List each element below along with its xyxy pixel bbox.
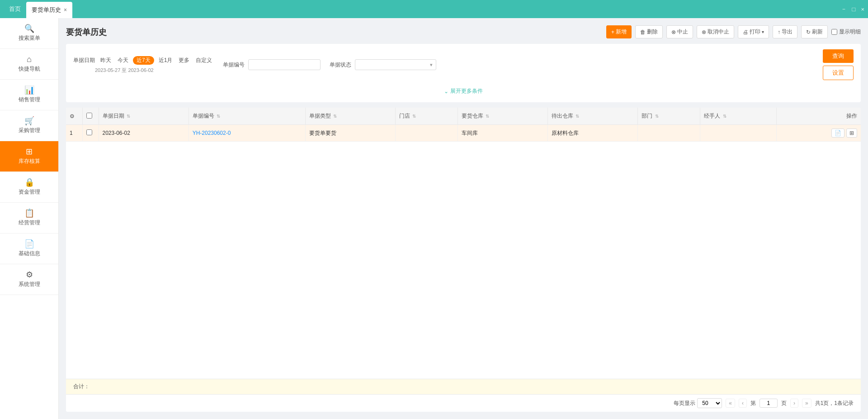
th-req-warehouse[interactable]: 要货仓库 ⇅ bbox=[458, 108, 548, 125]
yesterday-shortcut[interactable]: 昨天 bbox=[99, 56, 113, 65]
sidebar-item-operation[interactable]: 📋 经营管理 bbox=[0, 203, 58, 233]
sidebar-item-nav[interactable]: ⌂ 快捷导航 bbox=[0, 49, 58, 80]
show-detail-label[interactable]: 显示明细 bbox=[831, 28, 861, 36]
cancel-stop-btn[interactable]: ⊗ 取消中止 bbox=[697, 25, 734, 38]
order-no-label: 单据编号 bbox=[223, 61, 245, 69]
query-btn[interactable]: 查询 bbox=[823, 49, 854, 63]
sidebar-item-system[interactable]: ⚙ 系统管理 bbox=[0, 264, 58, 295]
stop-icon: ⊗ bbox=[671, 29, 676, 35]
date-shortcuts: 昨天 今天 近7天 近1月 更多 自定义 bbox=[99, 56, 214, 65]
per-page-select[interactable]: 20 50 100 bbox=[697, 398, 722, 408]
view-action-btn[interactable]: 📄 bbox=[831, 129, 844, 138]
order-no-filter-group: 单据编号 bbox=[223, 59, 321, 70]
sidebar-item-basic[interactable]: 📄 基础信息 bbox=[0, 233, 58, 264]
document-icon: 📄 bbox=[24, 240, 34, 248]
top-bar: 首页 要货单历史 × － □ × bbox=[0, 0, 868, 18]
first-page-btn[interactable]: « bbox=[726, 399, 735, 408]
row-checkbox[interactable] bbox=[86, 129, 92, 135]
cancel-stop-icon: ⊗ bbox=[702, 29, 706, 35]
th-settings[interactable]: ⚙ bbox=[66, 108, 82, 125]
date-filter-group: 单据日期 昨天 今天 近7天 近1月 更多 自定义 2023-05-27 至 2… bbox=[73, 56, 214, 74]
th-date[interactable]: 单据日期 ⇅ bbox=[99, 108, 189, 125]
more-action-btn[interactable]: ⊞ bbox=[846, 129, 857, 138]
custom-shortcut[interactable]: 自定义 bbox=[194, 56, 214, 65]
td-index: 1 bbox=[66, 125, 82, 142]
td-dept bbox=[638, 125, 700, 142]
table-header-row: ⚙ 单据日期 ⇅ 单据编号 ⇅ bbox=[66, 108, 861, 125]
close-window-btn[interactable]: × bbox=[861, 6, 864, 13]
prev-page-btn[interactable]: ‹ bbox=[739, 399, 747, 408]
tab-home[interactable]: 首页 bbox=[4, 0, 26, 18]
plus-icon: + bbox=[611, 29, 614, 35]
refresh-btn[interactable]: ↻ 刷新 bbox=[801, 25, 828, 38]
sidebar: 🔍 搜索菜单 ⌂ 快捷导航 📊 销售管理 🛒 采购管理 ⊞ 库存核算 🔒 资金管… bbox=[0, 18, 59, 419]
summary-label: 合计： bbox=[73, 383, 90, 390]
home-icon: ⌂ bbox=[27, 55, 32, 63]
delete-icon: 🗑 bbox=[640, 29, 646, 35]
last-page-btn[interactable]: » bbox=[802, 399, 811, 408]
per-page-group: 每页显示 20 50 100 bbox=[674, 398, 722, 408]
chevron-down-icon: ▾ bbox=[762, 29, 764, 34]
cart-icon: 🛒 bbox=[24, 117, 34, 125]
td-order-no: YH-20230602-0 bbox=[189, 125, 305, 142]
sidebar-item-purchase[interactable]: 🛒 采购管理 bbox=[0, 110, 58, 141]
th-handler[interactable]: 经手人 ⇅ bbox=[700, 108, 777, 125]
td-store bbox=[396, 125, 458, 142]
export-btn[interactable]: ↑ 导出 bbox=[773, 25, 797, 38]
td-handler bbox=[700, 125, 777, 142]
close-tab-icon[interactable]: × bbox=[64, 7, 67, 13]
delete-btn[interactable]: 🗑 删除 bbox=[635, 25, 663, 38]
sort-icon-store: ⇅ bbox=[412, 114, 416, 119]
th-dept[interactable]: 部门 ⇅ bbox=[638, 108, 700, 125]
filter-area: 单据日期 昨天 今天 近7天 近1月 更多 自定义 2023-05-27 至 2… bbox=[66, 44, 861, 102]
inventory-icon: ⊞ bbox=[26, 148, 33, 156]
last1month-shortcut[interactable]: 近1月 bbox=[157, 56, 175, 65]
th-actions: 操作 bbox=[776, 108, 861, 125]
sort-icon-date: ⇅ bbox=[127, 114, 130, 119]
select-all-checkbox[interactable] bbox=[86, 113, 92, 119]
order-no-input[interactable] bbox=[248, 59, 321, 70]
order-no-link[interactable]: YH-20230602-0 bbox=[193, 130, 231, 136]
sidebar-item-finance[interactable]: 🔒 资金管理 bbox=[0, 172, 58, 203]
th-checkbox bbox=[82, 108, 99, 125]
export-icon: ↑ bbox=[778, 29, 780, 35]
status-select[interactable] bbox=[355, 59, 436, 70]
status-label: 单据状态 bbox=[330, 61, 351, 69]
sort-icon-type: ⇅ bbox=[333, 114, 337, 119]
lock-icon: 🔒 bbox=[24, 178, 34, 186]
show-detail-checkbox[interactable] bbox=[831, 29, 837, 35]
gear-icon: ⚙ bbox=[26, 271, 33, 279]
print-btn[interactable]: 🖨 打印 ▾ bbox=[738, 25, 769, 38]
page-input[interactable] bbox=[760, 399, 778, 408]
minimize-btn[interactable]: － bbox=[841, 5, 847, 13]
sidebar-item-inventory[interactable]: ⊞ 库存核算 bbox=[0, 141, 58, 172]
filter-settings-btn[interactable]: 设置 bbox=[823, 66, 854, 80]
search-icon: 🔍 bbox=[24, 24, 34, 33]
content-area: 要货单历史 + 新增 🗑 删除 ⊗ 中止 ⊗ 取消中止 bbox=[59, 18, 868, 419]
print-icon: 🖨 bbox=[743, 29, 748, 35]
table-scroll[interactable]: ⚙ 单据日期 ⇅ 单据编号 ⇅ bbox=[66, 108, 861, 379]
td-date: 2023-06-02 bbox=[99, 125, 189, 142]
last7days-shortcut[interactable]: 近7天 bbox=[133, 56, 154, 65]
tab-order-history[interactable]: 要货单历史 × bbox=[26, 2, 72, 18]
th-store[interactable]: 门店 ⇅ bbox=[396, 108, 458, 125]
add-btn[interactable]: + 新增 bbox=[606, 25, 632, 38]
filter-main-row: 单据日期 昨天 今天 近7天 近1月 更多 自定义 2023-05-27 至 2… bbox=[73, 49, 854, 80]
status-select-wrapper bbox=[355, 59, 436, 70]
next-page-btn[interactable]: › bbox=[790, 399, 798, 408]
date-range-text: 2023-05-27 至 2023-06-02 bbox=[95, 67, 154, 73]
sort-icon-handler: ⇅ bbox=[723, 114, 726, 119]
sidebar-item-sales[interactable]: 📊 销售管理 bbox=[0, 80, 58, 110]
maximize-btn[interactable]: □ bbox=[852, 6, 856, 13]
td-actions: 📄 ⊞ bbox=[776, 125, 861, 142]
sidebar-item-search[interactable]: 🔍 搜索菜单 bbox=[0, 18, 58, 49]
data-table: ⚙ 单据日期 ⇅ 单据编号 ⇅ bbox=[66, 108, 861, 142]
expand-more-btn[interactable]: ⌄ 展开更多条件 bbox=[440, 86, 486, 97]
date-filter-label: 单据日期 bbox=[73, 57, 95, 64]
today-shortcut[interactable]: 今天 bbox=[116, 56, 130, 65]
th-type[interactable]: 单据类型 ⇅ bbox=[306, 108, 396, 125]
th-out-warehouse[interactable]: 待出仓库 ⇅ bbox=[548, 108, 638, 125]
th-order-no[interactable]: 单据编号 ⇅ bbox=[189, 108, 305, 125]
more-shortcut[interactable]: 更多 bbox=[177, 56, 191, 65]
stop-btn[interactable]: ⊗ 中止 bbox=[666, 25, 693, 38]
